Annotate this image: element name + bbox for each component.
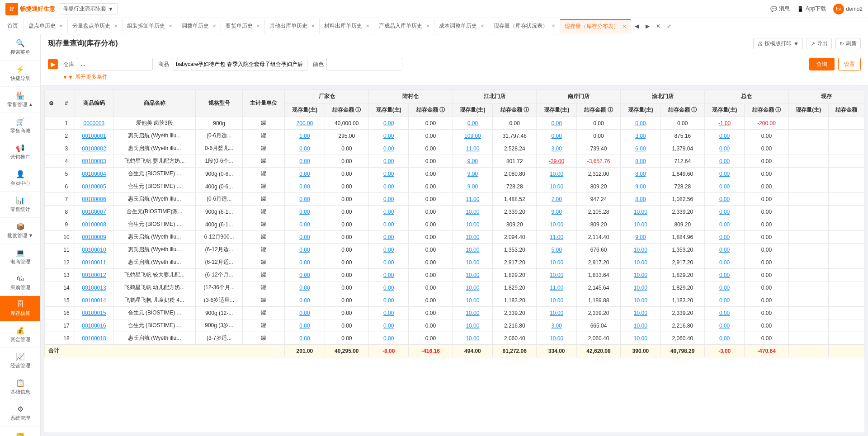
sidebar-item-search[interactable]: 🔍 搜索英单 (0, 34, 40, 61)
close-icon[interactable]: ✕ (311, 23, 315, 28)
table-row: 1400100013飞鹤星飞帆 幼儿配方奶...(12-36个月...罐0.00… (45, 281, 864, 294)
th-curr-qty: 现存量(主) (788, 103, 828, 117)
tab-transfer[interactable]: 调拨单历史 ✕ (177, 19, 221, 33)
top-bar-left: 好 畅捷通好生意 母婴行业演示陈套 ▼ (5, 3, 118, 15)
close-icon[interactable]: ✕ (256, 23, 260, 28)
color-filter: 颜色 (313, 58, 402, 70)
sidebar-item-member[interactable]: 👤 会员中心 (0, 165, 40, 192)
footer-curr-qty (788, 345, 828, 357)
table-row: 1000100009惠氏启航 (Wyeth illu...6-12月900...… (45, 231, 864, 244)
close-icon[interactable]: ✕ (114, 23, 118, 28)
app-download-item[interactable]: 📱 App下载 (797, 5, 826, 13)
tab-expand-btn[interactable]: ⤢ (664, 19, 675, 33)
sidebar-item-retail-stat[interactable]: 📊 零售统计 (0, 192, 40, 218)
table-row: 1500100014飞鹤星飞帆 儿童奶粉 4...(3-6岁适用...罐0.00… (45, 294, 864, 307)
goods-label: 商品 (158, 61, 169, 68)
sidebar-item-system[interactable]: ⚙ 系统管理 (0, 400, 40, 427)
th-nanan-store: 南岸门店 (537, 90, 621, 103)
close-icon[interactable]: ✕ (212, 23, 216, 28)
user-item[interactable]: Ea demo2 (833, 4, 863, 14)
th-curr-amt: 结存金额 (829, 103, 864, 117)
logo-icon: 好 (5, 3, 18, 15)
sidebar-item-retail-shop[interactable]: 🛒 零售商城 (0, 113, 40, 139)
close-icon[interactable]: ✕ (169, 23, 172, 28)
close-icon[interactable]: ✕ (426, 23, 429, 28)
th-f3-qty: 现存量(主) (453, 103, 492, 117)
layout: 🔍 搜索英单 ⚡ 快捷导航 🏪 零售管理 ▲ 🛒 零售商城 📢 营销推广 👤 会… (0, 34, 868, 436)
tab-requisition[interactable]: 要货单历史 ✕ (221, 19, 265, 33)
page-header: 现存量查询(库存分布) 🖨 按模版打印 ▼ ↗ 导出 ↻ 刷新 (41, 34, 868, 53)
store-selector[interactable]: 母婴行业演示陈套 ▼ (59, 3, 118, 14)
tab-next-btn[interactable]: ▶ (642, 19, 653, 33)
export-button[interactable]: ↗ 导出 (807, 38, 832, 49)
store-label: 母婴行业演示陈套 (63, 5, 106, 13)
tab-material-out[interactable]: 材料出库单历史 ✕ (320, 19, 374, 33)
th-unit: 主计量单位 (242, 90, 284, 117)
sidebar-item-ops[interactable]: 📈 经营管理 (0, 348, 40, 374)
message-icon: 💬 (770, 6, 777, 12)
color-input[interactable] (326, 58, 402, 70)
avatar: Ea (833, 4, 844, 14)
close-icon[interactable]: ✕ (552, 23, 555, 28)
goods-filter: 商品 (158, 58, 307, 70)
message-item[interactable]: 💬 消息 (770, 5, 790, 13)
warehouse-input[interactable] (77, 58, 153, 70)
tab-close-all-btn[interactable]: ✕ (653, 19, 664, 33)
ecomm-icon: 💻 (16, 248, 25, 257)
sidebar-label-inventory: 库存核算 (10, 310, 30, 317)
chevron-down-icon: ▼▼ (62, 74, 73, 80)
tab-other-out[interactable]: 其他出库单历史 ✕ (265, 19, 320, 33)
sidebar-label-member: 会员中心 (10, 180, 30, 187)
close-icon[interactable]: ✕ (481, 23, 484, 28)
export-icon: ↗ (811, 41, 815, 47)
sidebar-item-basic[interactable]: 📋 基础信息 (0, 374, 40, 400)
sidebar-item-purchase[interactable]: 🛍 采购管理 (0, 270, 40, 296)
table-row: 1100100010惠氏启航 (Wyeth illu...(6-12月适...罐… (45, 244, 864, 256)
footer-curr-amt (829, 345, 864, 357)
tab-stock-detail[interactable]: 盘点单历史 ✕ (24, 19, 68, 33)
close-icon[interactable]: ✕ (366, 23, 369, 28)
expand-conditions-btn[interactable]: ▼▼ 展开更多条件 (62, 73, 861, 81)
table-row: 1700100016合生元 (BIOSTIME) ...900g (3岁...罐… (45, 319, 864, 332)
setting-button[interactable]: 设置 (838, 58, 861, 70)
collapse-arrow[interactable]: ▶ (48, 59, 58, 69)
refresh-button[interactable]: ↻ 刷新 (835, 38, 861, 49)
th-settings[interactable]: ⚙ (45, 90, 58, 117)
table-row: 400100003飞鹤星飞帆 婴儿配方奶...1段(0-6个...罐0.000.… (45, 155, 864, 168)
chevron-down-icon: ▼ (108, 6, 113, 12)
tab-home[interactable]: 首页 (2, 19, 24, 33)
retail-icon: 🏪 (16, 91, 25, 100)
footer-f3-qty: 494.00 (453, 345, 492, 357)
filter-area: ▶ 仓库 商品 颜色 查询 设置 (41, 53, 868, 86)
sidebar-label-wholesale: 批发管理 ▼ (7, 232, 33, 239)
sidebar-item-finance[interactable]: 💰 资金管理 (0, 322, 40, 348)
tab-product-in[interactable]: 产成品入库单历史 ✕ (374, 19, 434, 33)
sidebar-item-wholesale[interactable]: 📦 批发管理 ▼ (0, 218, 40, 244)
sidebar-label-shop: 零售商城 (10, 127, 30, 134)
tab-assemble[interactable]: 组装拆卸单历史 ✕ (123, 19, 177, 33)
ops-icon: 📈 (16, 352, 25, 361)
sidebar-label-stat: 零售统计 (10, 206, 30, 213)
close-icon[interactable]: ✕ (59, 23, 63, 28)
tab-cost-adj[interactable]: 成本调整单历史 ✕ (434, 19, 489, 33)
refresh-icon: ↻ (840, 41, 844, 47)
goods-input[interactable] (172, 58, 307, 70)
sidebar-item-quick[interactable]: ⚡ 快捷导航 (0, 61, 40, 87)
print-button[interactable]: 🖨 按模版打印 ▼ (753, 38, 803, 49)
tab-stock-split[interactable]: 分量盘点单历史 ✕ (68, 19, 123, 33)
sidebar-item-marketing[interactable]: 📢 营销推广 (0, 139, 40, 165)
marketing-icon: 📢 (16, 144, 25, 152)
sidebar-label-system: 系统管理 (10, 415, 30, 422)
tab-stock-dist[interactable]: 现存量（库存分布表） ✕ (560, 19, 631, 33)
sidebar-item-ecomm[interactable]: 💻 电商管理 (0, 244, 40, 270)
sidebar-item-inventory[interactable]: 🗄 库存核算 (0, 296, 40, 322)
sidebar-item-retail-mgmt[interactable]: 🏪 零售管理 ▲ (0, 87, 40, 113)
warehouse-filter: 仓库 (63, 58, 153, 70)
sidebar-item-collab[interactable]: 🤝 企业协同 (0, 427, 40, 436)
tab-stock-status[interactable]: 现存量（库存状况表） ✕ (489, 19, 560, 33)
th-lucun-wh: 陆村仓 (368, 90, 453, 103)
tab-prev-btn[interactable]: ◀ (631, 19, 642, 33)
query-button[interactable]: 查询 (809, 58, 835, 70)
close-icon[interactable]: ✕ (623, 24, 626, 29)
basic-icon: 📋 (16, 379, 25, 387)
